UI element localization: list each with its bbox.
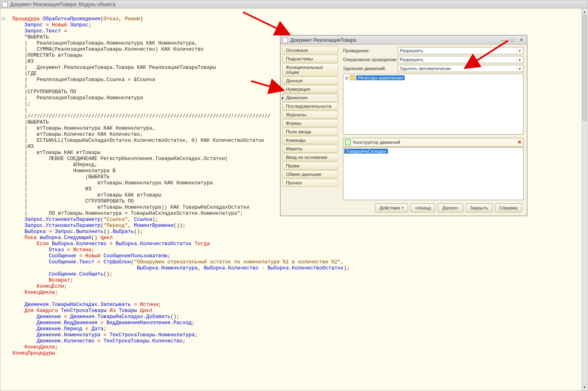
combo-operative[interactable]: Разрешить ▾: [398, 56, 524, 63]
side-tab-2[interactable]: Функциональные опции: [282, 63, 338, 76]
next-label: Далее>: [442, 205, 458, 210]
folder-icon: [350, 75, 356, 80]
close-dialog-button[interactable]: Закрыть: [466, 203, 492, 212]
side-tab-9[interactable]: Поле ввода: [282, 128, 338, 136]
tree-root-label: Регистры накопления: [356, 75, 405, 80]
side-tab-3[interactable]: Данные: [282, 77, 338, 85]
actions-button[interactable]: Действия ▾: [375, 203, 408, 212]
movements-list[interactable]: ТоварыНаСкладах: [343, 147, 524, 200]
combo-conduct[interactable]: Разрешить ▾: [398, 47, 524, 54]
side-tab-0[interactable]: Основные: [282, 46, 338, 54]
combo-delete-value: Удалять автоматически: [400, 66, 451, 71]
module-icon: [2, 2, 8, 7]
next-button[interactable]: Далее>: [438, 203, 463, 212]
close-label: Закрыть: [470, 205, 488, 210]
chevron-down-icon: ▾: [517, 58, 522, 62]
side-tab-15[interactable]: Прочее: [282, 179, 338, 187]
document-properties-window: Документ РеализацияТовара — □ ✕ Основные…: [280, 35, 527, 216]
constructor-toolbar: Конструктор движений ✕: [343, 138, 524, 147]
vertical-scrollbar[interactable]: ▲ ▼: [582, 9, 587, 390]
help-button[interactable]: Справка: [495, 203, 522, 212]
side-tab-13[interactable]: Права: [282, 162, 338, 170]
side-tab-1[interactable]: Подсистемы: [282, 55, 338, 63]
help-label: Справка: [499, 205, 518, 210]
side-tab-6[interactable]: Последовательности: [282, 102, 338, 110]
constructor-label[interactable]: Конструктор движений: [353, 140, 400, 145]
scroll-down-icon[interactable]: ▼: [582, 385, 587, 390]
label-conduct: Проведение:: [343, 48, 398, 53]
back-label: <Назад: [415, 205, 431, 210]
maximize-button[interactable]: □: [508, 37, 516, 43]
combo-operative-value: Разрешить: [400, 57, 424, 62]
side-tab-7[interactable]: Журналы: [282, 111, 338, 119]
side-tabs: ОсновныеПодсистемыФункциональные опцииДа…: [281, 45, 340, 216]
chevron-down-icon: ▾: [517, 66, 522, 71]
minimize-button[interactable]: —: [499, 37, 507, 43]
side-tab-4[interactable]: Нумерация: [282, 85, 338, 93]
movements-panel: Проведение: Разрешить ▾ Оперативное пров…: [340, 45, 527, 216]
combo-delete[interactable]: Удалять автоматически ▾: [398, 65, 524, 72]
side-tab-10[interactable]: Команды: [282, 136, 338, 144]
actions-label: Действия: [379, 205, 400, 210]
side-tab-14[interactable]: Обмен данными: [282, 170, 338, 178]
side-tab-11[interactable]: Макеты: [282, 145, 338, 153]
label-delete: Удаление движений:: [343, 66, 398, 71]
doc-titlebar[interactable]: Документ РеализацияТовара — □ ✕: [281, 36, 527, 45]
chevron-down-icon: ▾: [402, 206, 404, 210]
back-button[interactable]: <Назад: [411, 203, 436, 212]
close-button[interactable]: ✕: [517, 37, 525, 43]
chevron-down-icon: ▾: [517, 49, 522, 53]
tree-row-registers[interactable]: ⊞ Регистры накопления: [344, 75, 522, 81]
expand-icon[interactable]: ⊞: [344, 76, 349, 80]
side-tab-5[interactable]: Движения: [282, 94, 338, 102]
movement-item[interactable]: ТоварыНаСкладах: [344, 149, 388, 154]
side-tab-8[interactable]: Формы: [282, 119, 338, 127]
delete-movement-button[interactable]: ✕: [518, 139, 522, 145]
label-operative: Оперативное проведение:: [343, 57, 398, 62]
document-icon: [282, 37, 288, 43]
code-module-titlebar: Документ РеализацияТовара: Модуль объект…: [0, 0, 588, 9]
scroll-up-icon[interactable]: ▲: [582, 9, 587, 15]
registers-tree[interactable]: ⊞ Регистры накопления: [343, 74, 524, 135]
constructor-icon: [345, 139, 351, 145]
side-tab-12[interactable]: Ввод на основании: [282, 153, 338, 161]
code-module-title: Документ РеализацияТовара: Модуль объект…: [10, 2, 115, 7]
doc-title: Документ РеализацияТовара: [290, 37, 356, 43]
dialog-buttons: Действия ▾ <Назад Далее> Закрыть Справка: [343, 200, 524, 216]
combo-conduct-value: Разрешить: [400, 48, 424, 53]
scroll-thumb[interactable]: [582, 15, 587, 121]
